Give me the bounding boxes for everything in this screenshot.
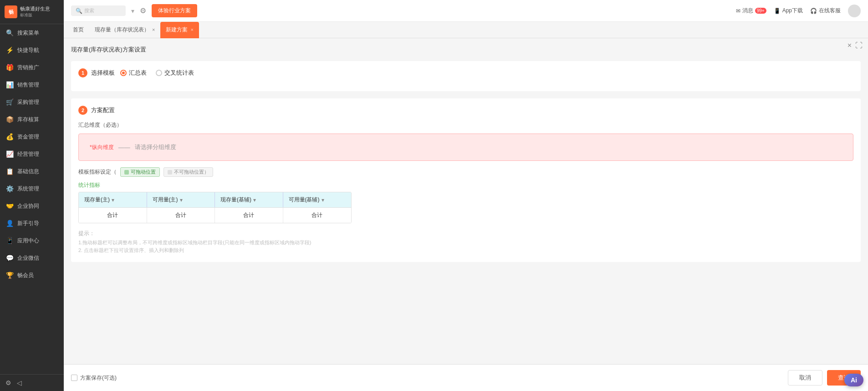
tab-home[interactable]: 首页	[67, 22, 89, 38]
sidebar-item-finance[interactable]: 💰 资金管理	[0, 128, 64, 145]
app-logo-text: 畅康通好生意 标准版	[20, 5, 50, 18]
tips-title: 提示：	[78, 230, 853, 237]
stats-title: 统计指标	[78, 181, 853, 189]
cart-icon: 🛒	[5, 98, 14, 106]
col4-cell: 合计	[283, 208, 352, 223]
section1-title: 选择模板	[91, 69, 115, 77]
section-choose-template: 1 选择模板 汇总表 交叉统计表	[71, 61, 861, 91]
col4-header[interactable]: 可用量(基辅) ▾	[283, 192, 352, 207]
col2-header[interactable]: 可用量(主) ▾	[147, 192, 215, 207]
tips-item-1: 1.拖动标题栏可以调整布局，不可跨维度或指标区域拖动栏目字段(只能在同一维度或指…	[78, 239, 853, 246]
dropdown-col1-icon[interactable]: ▾	[112, 197, 114, 203]
radio-dot-cross	[156, 70, 162, 76]
template-radio-group: 汇总表 交叉统计表	[120, 69, 194, 77]
ai-float-button[interactable]: Ai	[844, 374, 863, 386]
dropdown-col4-icon[interactable]: ▾	[322, 197, 324, 203]
sidebar-item-apps[interactable]: 📱 应用中心	[0, 232, 64, 249]
stats-table: 现存量(主) ▾ 可用量(主) ▾ 现存量(基辅) ▾ 可用量(基辅)	[78, 192, 352, 223]
app-logo-icon: 畅	[5, 5, 17, 18]
sidebar-item-search[interactable]: 🔍 搜索菜单	[0, 24, 64, 41]
col1-header[interactable]: 现存量(主) ▾	[79, 192, 147, 207]
sidebar-item-wechat[interactable]: 💬 企业微信	[0, 249, 64, 267]
tab-inventory-close[interactable]: ×	[152, 27, 155, 32]
dimension-config-label: 汇总维度（必选）	[78, 121, 853, 129]
enterprise-icon: 🤝	[5, 202, 14, 210]
settings-bottom-icon[interactable]: ⚙	[5, 379, 11, 386]
box-icon: 📦	[5, 115, 14, 123]
ops-icon: 📈	[5, 150, 14, 158]
save-option-label: 方案保存(可选)	[80, 374, 117, 382]
dimension-box[interactable]: *纵向维度 —— 请选择分组维度	[78, 134, 853, 161]
radio-dot-summary	[120, 70, 127, 76]
save-checkbox[interactable]	[71, 375, 77, 381]
tab-new-plan-close[interactable]: ×	[190, 27, 193, 32]
col3-header[interactable]: 现存量(基辅) ▾	[215, 192, 283, 207]
stats-section: 统计指标 现存量(主) ▾ 可用量(主) ▾ 现存量(基辅)	[78, 181, 853, 223]
panel-controls: × ⛶	[848, 42, 863, 49]
tips-section: 提示： 1.拖动标题栏可以调整布局，不可跨维度或指标区域拖动栏目字段(只能在同一…	[78, 230, 853, 254]
content-area: × ⛶ 现存量(库存状况表)方案设置 1 选择模板 汇总表 交叉统计表	[64, 38, 868, 364]
dropdown-icon[interactable]: ▾	[131, 7, 134, 15]
dropdown-col3-icon[interactable]: ▾	[253, 197, 256, 203]
message-btn[interactable]: ✉ 消息 99+	[736, 7, 766, 15]
radio-summary[interactable]: 汇总表	[120, 69, 147, 77]
sidebar-item-inventory[interactable]: 📦 库存核算	[0, 111, 64, 128]
step2-badge: 2	[78, 106, 87, 115]
tips-item-2: 2. 点击标题栏下拉可设置排序、插入列和删除列	[78, 247, 853, 254]
save-option[interactable]: 方案保存(可选)	[71, 374, 117, 382]
section-plan-config: 2 方案配置 汇总维度（必选） *纵向维度 —— 请选择分组维度 模板指标设定（…	[71, 98, 861, 262]
gear-icon[interactable]: ⚙	[140, 6, 146, 15]
sidebar-item-system[interactable]: ⚙️ 系统管理	[0, 180, 64, 197]
dimension-required: *纵向维度	[90, 144, 114, 151]
sidebar-item-sales[interactable]: 📊 销售管理	[0, 76, 64, 93]
section2-header: 2 方案配置	[78, 106, 853, 115]
gift-icon: 🎁	[5, 63, 14, 72]
sound-bottom-icon[interactable]: ◁	[17, 379, 22, 386]
draggable-tag: 可拖动位置	[120, 167, 160, 177]
search-icon: 🔍	[5, 29, 14, 37]
close-panel-btn[interactable]: ×	[848, 42, 852, 49]
topbar-right: ✉ 消息 99+ 📱 App下载 🎧 在线客服	[736, 5, 861, 17]
col3-cell: 合计	[215, 208, 283, 223]
online-service-btn[interactable]: 🎧 在线客服	[810, 7, 841, 15]
sidebar-item-purchase[interactable]: 🛒 采购管理	[0, 93, 64, 111]
stats-table-row: 合计 合计 合计 合计	[79, 207, 351, 223]
topbar-search[interactable]: 🔍 搜索	[71, 5, 126, 16]
sidebar-bottom: ⚙ ◁	[0, 374, 64, 391]
sidebar-scroll[interactable]: 🔍 搜索菜单 ⚡ 快捷导航 🎁 营销推广 📊 销售管理 🛒 采购管理 📦 库存核…	[0, 24, 64, 374]
user-avatar[interactable]	[848, 5, 861, 17]
phone-icon: 📱	[774, 8, 781, 14]
section1-header: 1 选择模板 汇总表 交叉统计表	[78, 68, 853, 77]
apps-icon: 📱	[5, 237, 14, 245]
indicator-settings-label: 模板指标设定（ 可拖动位置 不可拖动位置）	[78, 167, 853, 177]
sidebar: 畅 畅康通好生意 标准版 🔍 搜索菜单 ⚡ 快捷导航 🎁 营销推广 📊 销售管理…	[0, 0, 64, 391]
sidebar-item-basic[interactable]: 📋 基础信息	[0, 163, 64, 180]
cancel-button[interactable]: 取消	[788, 370, 822, 386]
system-icon: ⚙️	[5, 185, 14, 193]
sidebar-item-marketing[interactable]: 🎁 营销推广	[0, 59, 64, 76]
basic-icon: 📋	[5, 167, 14, 175]
sidebar-item-operations[interactable]: 📈 经营管理	[0, 145, 64, 163]
trial-btn[interactable]: 体验行业方案	[152, 4, 197, 17]
section2-title: 方案配置	[91, 106, 115, 114]
topbar: 🔍 搜索 ▾ ⚙ 体验行业方案 ✉ 消息 99+ 📱 App下载 🎧 在线客服	[64, 0, 868, 22]
app-download-btn[interactable]: 📱 App下载	[774, 7, 803, 15]
stats-table-header: 现存量(主) ▾ 可用量(主) ▾ 现存量(基辅) ▾ 可用量(基辅)	[79, 192, 351, 207]
sidebar-item-member[interactable]: 🏆 畅会员	[0, 267, 64, 284]
sidebar-item-enterprise[interactable]: 🤝 企业协同	[0, 197, 64, 215]
sidebar-logo: 畅 畅康通好生意 标准版	[0, 0, 64, 24]
dropdown-col2-icon[interactable]: ▾	[180, 197, 183, 203]
chart-icon: 📊	[5, 81, 14, 89]
shortcut-icon: ⚡	[5, 46, 14, 54]
dimension-dash: ——	[118, 144, 130, 151]
tabs-bar: 首页 现存量（库存状况表） × 新建方案 ×	[64, 22, 868, 38]
col1-cell: 合计	[79, 208, 147, 223]
sidebar-item-guide[interactable]: 👤 新手引导	[0, 215, 64, 232]
tab-new-plan[interactable]: 新建方案 ×	[160, 22, 199, 38]
radio-cross[interactable]: 交叉统计表	[156, 69, 194, 77]
sidebar-item-shortcut[interactable]: ⚡ 快捷导航	[0, 41, 64, 59]
step1-badge: 1	[78, 68, 87, 77]
tab-inventory[interactable]: 现存量（库存状况表） ×	[89, 22, 160, 38]
expand-panel-btn[interactable]: ⛶	[855, 42, 863, 49]
col2-cell: 合计	[147, 208, 215, 223]
